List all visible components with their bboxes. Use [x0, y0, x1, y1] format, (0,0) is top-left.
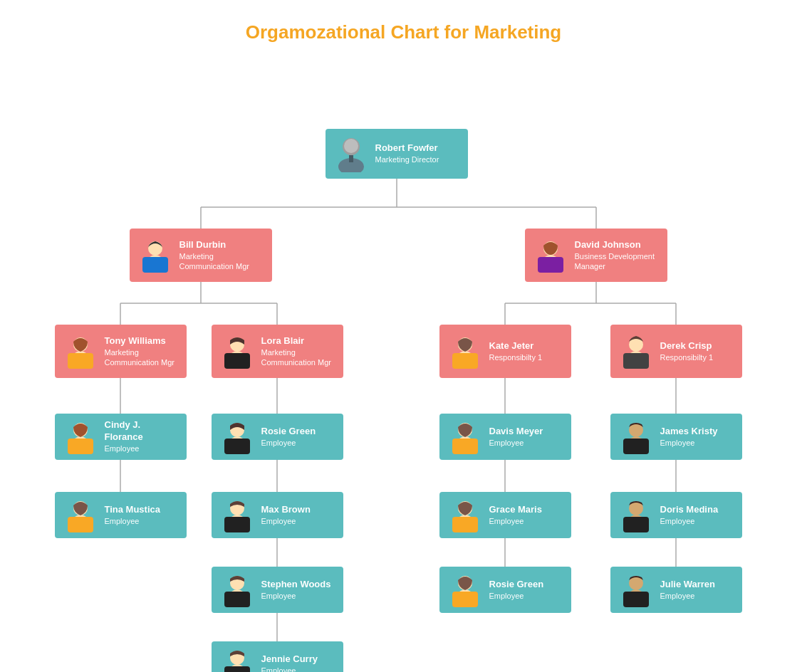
- node-rosie1: Rosie Green Employee: [212, 414, 343, 460]
- svg-rect-43: [68, 353, 93, 369]
- node-doris-name: Doris Medina: [660, 504, 719, 516]
- avatar-tony: [62, 333, 99, 370]
- avatar-rosie1: [219, 419, 256, 456]
- node-root: Robert Fowfer Marketing Director: [326, 129, 468, 179]
- node-bill-text: Bill Durbin Marketing Communication Mgr: [179, 239, 265, 271]
- node-bill-role: Marketing Communication Mgr: [179, 251, 265, 272]
- node-derek: Derek Crisp Responsibilty 1: [610, 325, 742, 378]
- node-davis: Davis Meyer Employee: [439, 414, 571, 460]
- svg-rect-65: [623, 517, 649, 532]
- node-tony-text: Tony Williams Marketing Communication Mg…: [105, 335, 179, 367]
- svg-point-36: [344, 139, 358, 153]
- node-julie-role: Employee: [660, 591, 716, 601]
- node-julie-text: Julie Warren Employee: [660, 579, 716, 601]
- node-tony-name: Tony Williams: [105, 335, 179, 347]
- svg-rect-45: [224, 353, 250, 369]
- node-kate-name: Kate Jeter: [489, 340, 543, 352]
- org-chart: Robert Fowfer Marketing Director Bill Du…: [12, 58, 796, 672]
- svg-rect-63: [452, 517, 478, 532]
- node-tina-text: Tina Mustica Employee: [105, 504, 161, 526]
- avatar-david: [532, 237, 569, 274]
- node-cindy-name: Cindy J. Florance: [105, 419, 179, 443]
- node-david: David Johnson Business Development Manag…: [525, 229, 667, 282]
- avatar-james: [618, 419, 655, 456]
- node-julie: Julie Warren Employee: [610, 567, 742, 613]
- node-stephen-role: Employee: [261, 591, 331, 601]
- svg-rect-39: [142, 257, 168, 273]
- node-stephen: Stephen Woods Employee: [212, 567, 343, 613]
- avatar-doris: [618, 497, 655, 534]
- node-tina-role: Employee: [105, 516, 161, 526]
- node-root-name: Robert Fowfer: [375, 142, 439, 154]
- svg-rect-67: [224, 592, 250, 607]
- avatar-julie: [618, 572, 655, 609]
- node-rosie1-role: Employee: [261, 438, 316, 448]
- node-jennie: Jennie Curry Employee: [212, 641, 343, 672]
- avatar-tina: [62, 497, 99, 534]
- node-rosie2-role: Employee: [489, 591, 544, 601]
- node-lora-role: Marketing Communication Mgr: [261, 347, 336, 368]
- node-rosie2-name: Rosie Green: [489, 579, 544, 591]
- avatar-bill: [137, 237, 174, 274]
- avatar-root: [333, 135, 370, 172]
- node-tony: Tony Williams Marketing Communication Mg…: [55, 325, 187, 378]
- node-tina-name: Tina Mustica: [105, 504, 161, 516]
- node-doris-text: Doris Medina Employee: [660, 504, 719, 526]
- avatar-lora: [219, 333, 256, 370]
- node-rosie2-text: Rosie Green Employee: [489, 579, 544, 601]
- svg-rect-55: [452, 439, 478, 454]
- avatar-grace: [447, 497, 484, 534]
- svg-rect-59: [68, 517, 93, 532]
- node-tina: Tina Mustica Employee: [55, 492, 187, 538]
- node-jennie-text: Jennie Curry Employee: [261, 653, 318, 672]
- node-root-role: Marketing Director: [375, 154, 439, 164]
- node-cindy: Cindy J. Florance Employee: [55, 414, 187, 460]
- node-david-role: Business Development Manager: [575, 251, 660, 272]
- node-grace-text: Grace Maris Employee: [489, 504, 542, 526]
- node-root-text: Robert Fowfer Marketing Director: [375, 142, 439, 164]
- node-bill: Bill Durbin Marketing Communication Mgr: [130, 229, 272, 282]
- avatar-stephen: [219, 572, 256, 609]
- node-lora-text: Lora Blair Marketing Communication Mgr: [261, 335, 336, 367]
- svg-rect-37: [349, 155, 353, 162]
- node-kate: Kate Jeter Responsibilty 1: [439, 325, 571, 378]
- node-max-text: Max Brown Employee: [261, 504, 311, 526]
- node-max: Max Brown Employee: [212, 492, 343, 538]
- avatar-davis: [447, 419, 484, 456]
- node-james-text: James Kristy Employee: [660, 426, 718, 448]
- node-stephen-name: Stephen Woods: [261, 579, 331, 591]
- node-max-name: Max Brown: [261, 504, 311, 516]
- svg-rect-71: [623, 592, 649, 607]
- svg-rect-69: [452, 592, 478, 607]
- node-james-role: Employee: [660, 438, 718, 448]
- node-max-role: Employee: [261, 516, 311, 526]
- node-lora-name: Lora Blair: [261, 335, 336, 347]
- node-lora: Lora Blair Marketing Communication Mgr: [212, 325, 343, 378]
- node-derek-name: Derek Crisp: [660, 340, 714, 352]
- node-james: James Kristy Employee: [610, 414, 742, 460]
- node-david-name: David Johnson: [575, 239, 660, 251]
- avatar-jennie: [219, 646, 256, 673]
- node-derek-role: Responsibilty 1: [660, 352, 714, 362]
- node-davis-text: Davis Meyer Employee: [489, 426, 543, 448]
- node-rosie1-name: Rosie Green: [261, 426, 316, 438]
- svg-rect-53: [224, 439, 250, 454]
- page-title: Orgamozational Chart for Marketing: [0, 0, 807, 58]
- node-rosie1-text: Rosie Green Employee: [261, 426, 316, 448]
- node-doris: Doris Medina Employee: [610, 492, 742, 538]
- svg-rect-57: [623, 439, 649, 454]
- node-jennie-name: Jennie Curry: [261, 653, 318, 666]
- node-julie-name: Julie Warren: [660, 579, 716, 591]
- avatar-cindy: [62, 419, 99, 456]
- svg-rect-41: [538, 257, 563, 273]
- node-bill-name: Bill Durbin: [179, 239, 265, 251]
- node-cindy-role: Employee: [105, 443, 179, 453]
- svg-rect-51: [68, 439, 93, 454]
- node-grace-name: Grace Maris: [489, 504, 542, 516]
- node-jennie-role: Employee: [261, 666, 318, 672]
- node-tony-role: Marketing Communication Mgr: [105, 347, 179, 368]
- svg-rect-73: [224, 666, 250, 673]
- avatar-kate: [447, 333, 484, 370]
- node-doris-role: Employee: [660, 516, 719, 526]
- node-derek-text: Derek Crisp Responsibilty 1: [660, 340, 714, 362]
